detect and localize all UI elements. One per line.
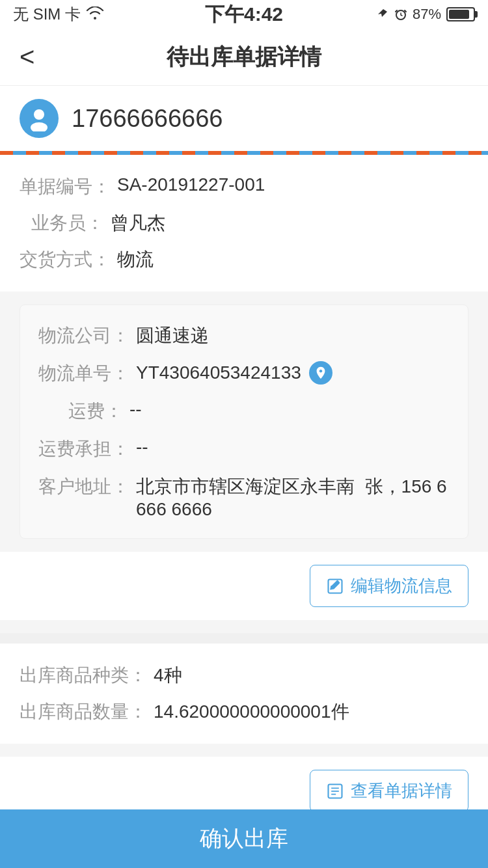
carrier-label: 无 SIM 卡 [13, 4, 81, 25]
page-title: 待出库单据详情 [167, 42, 321, 72]
section-divider-1 [0, 633, 488, 644]
view-detail-label: 查看单据详情 [351, 780, 452, 802]
order-no-row: 单据编号： SA-20191227-001 [20, 174, 468, 199]
user-phone: 17666666666 [72, 105, 223, 133]
location-status-icon [377, 8, 389, 20]
edit-btn-area: 编辑物流信息 [0, 552, 488, 620]
view-detail-button[interactable]: 查看单据详情 [310, 770, 468, 812]
freight-bearer-row: 运费承担： -- [38, 437, 450, 461]
address-label: 客户地址： [38, 474, 136, 499]
company-label: 物流公司： [38, 323, 136, 348]
freight-value: -- [129, 399, 450, 420]
delivery-row: 交货方式： 物流 [20, 247, 468, 272]
svg-point-1 [34, 109, 44, 120]
goods-type-row: 出库商品种类： 4种 [20, 663, 468, 688]
status-bar: 无 SIM 卡 下午4:42 87% [0, 0, 488, 29]
edit-logistics-button[interactable]: 编辑物流信息 [310, 565, 468, 607]
status-bar-right: 87% [377, 6, 475, 23]
svg-point-2 [31, 122, 47, 131]
order-no-label: 单据编号： [20, 174, 117, 199]
address-row: 客户地址： 北京市市辖区海淀区永丰南 张，156 6666 6666 [38, 474, 450, 520]
freight-bearer-label: 运费承担： [38, 437, 136, 461]
wifi-icon [86, 5, 104, 23]
alarm-icon [394, 8, 407, 21]
edit-icon [326, 577, 344, 595]
tracking-location-icon[interactable] [309, 361, 332, 385]
status-bar-time: 下午4:42 [205, 1, 283, 28]
battery-percent: 87% [413, 6, 441, 23]
confirm-btn-label: 确认出库 [200, 824, 288, 854]
order-info-section: 单据编号： SA-20191227-001 业务员： 曾凡杰 交货方式： 物流 [0, 155, 488, 292]
company-value: 圆通速递 [136, 323, 450, 348]
freight-bearer-value: -- [136, 437, 450, 457]
battery-icon [446, 7, 475, 21]
back-button[interactable]: < [20, 42, 34, 72]
list-icon [326, 782, 344, 800]
order-no-value: SA-20191227-001 [117, 174, 468, 195]
logistics-card: 物流公司： 圆通速递 物流单号： YT43064053424133 运费： --… [20, 305, 468, 539]
goods-qty-row: 出库商品数量： 14.620000000000001件 [20, 699, 468, 724]
goods-section: 出库商品种类： 4种 出库商品数量： 14.620000000000001件 [0, 644, 488, 744]
freight-row: 运费： -- [38, 399, 450, 424]
delivery-label: 交货方式： [20, 247, 117, 272]
nav-bar: < 待出库单据详情 [0, 29, 488, 86]
salesman-value: 曾凡杰 [111, 211, 468, 236]
tracking-label: 物流单号： [38, 361, 136, 386]
user-section: 17666666666 [0, 86, 488, 151]
status-bar-left: 无 SIM 卡 [13, 4, 104, 25]
goods-qty-value: 14.620000000000001件 [154, 699, 468, 724]
freight-label: 运费： [38, 399, 129, 424]
confirm-btn-container[interactable]: 确认出库 [0, 809, 488, 868]
goods-type-label: 出库商品种类： [20, 663, 154, 688]
company-row: 物流公司： 圆通速递 [38, 323, 450, 348]
address-value: 北京市市辖区海淀区永丰南 张，156 6666 6666 [136, 474, 450, 520]
goods-type-value: 4种 [154, 663, 468, 688]
tracking-row: 物流单号： YT43064053424133 [38, 361, 450, 386]
user-icon [26, 105, 52, 131]
delivery-value: 物流 [117, 247, 468, 272]
salesman-label: 业务员： [20, 211, 111, 236]
avatar [20, 99, 59, 138]
edit-logistics-label: 编辑物流信息 [351, 575, 452, 597]
tracking-value: YT43064053424133 [136, 361, 450, 385]
goods-qty-label: 出库商品数量： [20, 699, 154, 724]
salesman-row: 业务员： 曾凡杰 [20, 211, 468, 236]
